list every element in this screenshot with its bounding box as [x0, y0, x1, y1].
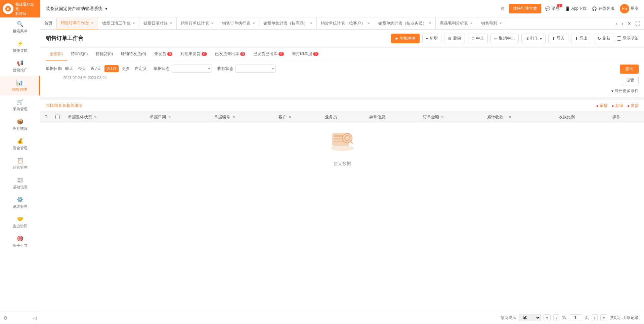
tab-sales-stat-staff[interactable]: 销货单统计表（按业务员） ✕ [374, 17, 436, 30]
sidebar-item-purchase[interactable]: 🛒 采购管理 [0, 95, 40, 115]
tab-product-margin[interactable]: 商品毛利分析表 ✕ [436, 17, 477, 30]
tab-close-icon[interactable]: ✕ [170, 22, 172, 25]
query-button[interactable]: 查询 [620, 65, 639, 74]
phone-icon: 📱 [565, 6, 570, 11]
filter-tab-all[interactable]: 全部(0) [46, 48, 67, 61]
next-page-btn[interactable]: › [592, 314, 598, 321]
cancel-stop-button[interactable]: ↩ 取消中止 [490, 34, 519, 43]
topbar-online-service[interactable]: 🎧 在线客服 [592, 6, 614, 11]
filter-tab-pending-review[interactable]: 待审核(0) [67, 48, 92, 61]
empty-state: 暂无数据 [40, 123, 644, 167]
expand-conditions-btn[interactable]: ▾ 展开更多条件 [611, 88, 639, 94]
filter-tab-not-printed[interactable]: 未打印单据 0 [288, 48, 323, 61]
tab-next-btn[interactable]: › [620, 21, 625, 26]
prev-page-btn[interactable]: ‹ [553, 314, 559, 321]
date-opt-more[interactable]: 更多 [121, 65, 131, 72]
sidebar-item-operations[interactable]: 📋 经营管理 [0, 154, 40, 173]
setting-button[interactable]: 设置 [622, 76, 639, 85]
page-content: 销售订单工作台 ★ 智能生单 + 新增 🗑 删除 ⊙ 中止 [40, 30, 644, 324]
add-button[interactable]: + 新增 [422, 34, 441, 43]
tab-close-icon[interactable]: ✕ [470, 22, 473, 25]
date-opt-custom[interactable]: 自定义 [133, 65, 148, 72]
filter-tab-not-shipped[interactable]: 未发货 0 [150, 48, 177, 61]
ship-action[interactable]: ● 发货 [627, 103, 639, 109]
filter-tab-label: 未打印单据 [292, 51, 312, 57]
sort-icon[interactable]: ⇅ [509, 115, 511, 119]
sort-icon[interactable]: ⇅ [441, 115, 444, 119]
status-select[interactable] [172, 65, 212, 73]
tab-close-icon[interactable]: ✕ [252, 22, 255, 25]
filter-tab-shipped-not-out[interactable]: 已发货未出库 0 [211, 48, 250, 61]
export-button[interactable]: ⬇ 导出 [571, 34, 591, 43]
sort-icon[interactable]: ⇅ [168, 115, 171, 119]
sidebar-item-inventory[interactable]: 📦 库存核算 [0, 115, 40, 134]
tab-sales-profit[interactable]: 销售毛利 ✕ [477, 17, 506, 30]
tab-sales-exec[interactable]: 销售订单执行表 ✕ [218, 17, 259, 30]
topbar-app-download[interactable]: 📱 App下载 [565, 6, 587, 11]
sidebar-item-beginner[interactable]: 🎯 新手引导 [0, 232, 40, 251]
last-page-btn[interactable]: » [600, 314, 607, 321]
tab-close-icon[interactable]: ✕ [91, 21, 94, 25]
tab-sales-stat-product[interactable]: 销货单统计表（按商品） ✕ [259, 17, 317, 30]
per-page-select[interactable]: 20 50 100 200 [519, 314, 541, 321]
sort-icon[interactable]: ⇅ [289, 115, 291, 119]
tab-cash-reconcile[interactable]: 钱货日清对账 ✕ [139, 17, 177, 30]
tab-close-all-btn[interactable]: ✕ [626, 21, 633, 26]
cancel-review-action[interactable]: ● 弃审 [612, 103, 623, 109]
tab-close-icon[interactable]: ✕ [211, 22, 214, 25]
import-button[interactable]: ⬆ 导入 [548, 34, 568, 43]
show-detail-checkbox-label[interactable]: 显示明细 [617, 36, 639, 41]
refresh-button[interactable]: ↻ 刷新 [594, 34, 614, 43]
total-label: 共找到 [46, 103, 58, 108]
tab-home[interactable]: 首页 [40, 17, 57, 30]
topbar-user[interactable]: Ea 用友 [620, 4, 639, 13]
tab-prev-btn[interactable]: ‹ [615, 21, 619, 26]
payment-select[interactable] [235, 65, 276, 73]
first-page-btn[interactable]: « [544, 314, 551, 321]
collapse-sidebar-icon[interactable]: ◁ [33, 315, 37, 321]
smart-create-button[interactable]: ★ 智能生单 [391, 34, 420, 43]
filter-tab-pending-inspect[interactable]: 待拣货(0) [92, 48, 117, 61]
sidebar-item-quick-nav[interactable]: ⚡ 快捷导航 [0, 37, 40, 56]
user-label: 用友 [631, 6, 639, 11]
settings-bottom-icon[interactable]: ⚙ [3, 315, 8, 321]
tab-fullscreen-btn[interactable]: ⛶ [634, 21, 641, 26]
sidebar-item-search[interactable]: 🔍 搜索菜单 [0, 17, 40, 37]
total-suffix: 条相关单据 [62, 103, 82, 108]
date-opt-today[interactable]: 今天 [77, 65, 87, 72]
tab-close-icon[interactable]: ✕ [132, 22, 135, 25]
sidebar-item-corp-collab[interactable]: 🤝 企业协同 [0, 212, 40, 232]
select-all-checkbox[interactable] [55, 115, 60, 119]
page-input[interactable] [569, 314, 582, 321]
topbar-message[interactable]: 💬 消息 6 [545, 6, 560, 11]
tab-close-icon[interactable]: ✕ [310, 22, 312, 25]
tab-sales-stat[interactable]: 销售订单统计表 ✕ [177, 17, 218, 30]
sidebar-item-system[interactable]: ⚙️ 系统管理 [0, 193, 40, 212]
sidebar-item-marketing[interactable]: 📢 营销推广 [0, 56, 40, 76]
tab-sales-workbench[interactable]: 销售订单工作台 ✕ [57, 17, 98, 30]
delete-button[interactable]: 🗑 删除 [444, 34, 465, 43]
tab-close-icon[interactable]: ✕ [367, 22, 370, 25]
tab-close-icon[interactable]: ✕ [499, 22, 502, 25]
sidebar-item-sales[interactable]: 📊 销售管理 [0, 76, 40, 95]
print-button[interactable]: 🖨 打印 ▾ [521, 34, 546, 43]
tab-sales-stat-customer[interactable]: 销货单统计表（按客户） ✕ [317, 17, 374, 30]
review-action[interactable]: ● 审核 [596, 103, 607, 109]
date-opt-7days[interactable]: 近7天 [89, 65, 102, 72]
date-opt-1month[interactable]: 近1月 [104, 65, 119, 72]
filter-tab-overdue[interactable]: 到期未发货 0 [176, 48, 211, 61]
tab-cash-daily[interactable]: 钱货日清工作台 ✕ [98, 17, 139, 30]
show-detail-checkbox[interactable] [617, 36, 621, 41]
sort-icon[interactable]: ⇅ [94, 115, 97, 119]
filter-tab-shipped-out[interactable]: 已发货已出库 0 [249, 48, 288, 61]
industry-btn[interactable]: 体验行业方案 [509, 4, 541, 13]
stop-button[interactable]: ⊙ 中止 [468, 34, 488, 43]
sidebar-item-basic-info[interactable]: 📰 基础信息 [0, 173, 40, 193]
sidebar-item-finance[interactable]: 💰 资金管理 [0, 134, 40, 154]
th-status: 单据整体状态 ⇅ [64, 112, 146, 123]
tab-close-icon[interactable]: ✕ [429, 22, 431, 25]
topbar-gear-icon[interactable]: ⚙ [501, 6, 505, 11]
filter-tab-wangpu[interactable]: 旺铺待发货(0) [117, 48, 150, 61]
sort-icon[interactable]: ⇅ [232, 115, 235, 119]
date-opt-yesterday[interactable]: 昨天 [64, 65, 75, 72]
